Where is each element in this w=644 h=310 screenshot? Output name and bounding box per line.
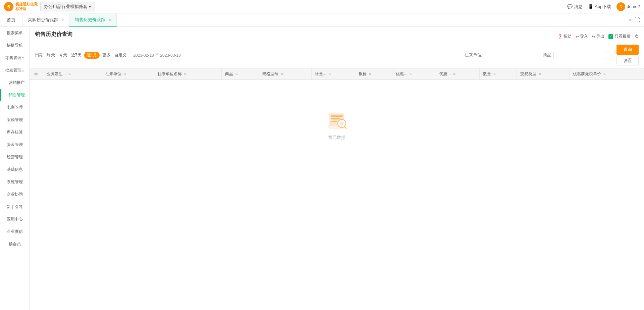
svg-rect-4 bbox=[331, 121, 337, 122]
sidebar-item-shortcut[interactable]: 快捷导航 bbox=[0, 39, 29, 52]
tab-purchase-history[interactable]: 采购历史价跟踪 × bbox=[22, 13, 69, 27]
sidebar-item-appstore[interactable]: 应用中心 bbox=[0, 213, 29, 225]
sort-icon: ⇅ bbox=[123, 72, 126, 76]
th-partner-code[interactable]: 往来单位 ⇅ bbox=[102, 68, 154, 80]
table-header-row: ⚙ 业务发生... ⇅ 往来单位 ⇅ 往来单位名称 ⇅ bbox=[30, 68, 644, 80]
sort-icon: ⇅ bbox=[409, 72, 412, 76]
table-container: ⚙ 业务发生... ⇅ 往来单位 ⇅ 往来单位名称 ⇅ bbox=[30, 68, 644, 310]
data-table: ⚙ 业务发生... ⇅ 往来单位 ⇅ 往来单位名称 ⇅ bbox=[30, 68, 644, 80]
import-icon: ↩ bbox=[576, 34, 579, 39]
export-icon: ↪ bbox=[592, 34, 595, 39]
th-biz-date[interactable]: 业务发生... ⇅ bbox=[43, 68, 102, 80]
th-discount1[interactable]: 优惠... ⇅ bbox=[392, 68, 436, 80]
product-input[interactable]: ... bbox=[553, 51, 607, 59]
only-last-checkbox[interactable]: ✓ bbox=[608, 34, 613, 39]
tab-close-window[interactable]: × bbox=[629, 17, 632, 23]
tab-sales-history-close[interactable]: × bbox=[109, 18, 111, 22]
download-icon: 📱 bbox=[588, 4, 593, 9]
top-bar: 6 畅捷通好生意 标准版 办公用品行业模拟账套 ▾ 💬 消息 📱 App下载 D… bbox=[0, 0, 644, 13]
th-trade-type[interactable]: 交易类型 ⇅ bbox=[517, 68, 569, 80]
only-last-checkbox-area[interactable]: ✓ 只看最后一次 bbox=[608, 34, 639, 39]
sidebar-item-operations[interactable]: 经营管理 bbox=[0, 151, 29, 163]
th-pretax-price[interactable]: 优惠前无税单价 ⇅ bbox=[569, 68, 644, 80]
sidebar-item-system[interactable]: 系统管理 bbox=[0, 176, 29, 188]
user-menu[interactable]: D demo2 bbox=[616, 2, 640, 11]
chevron-down-icon: ▾ bbox=[89, 4, 91, 9]
date-opt-custom[interactable]: 自定义 bbox=[113, 52, 128, 59]
th-qty[interactable]: 数量 ⇅ bbox=[480, 68, 517, 80]
th-quote[interactable]: 报价 ⇅ bbox=[355, 68, 392, 80]
sidebar-item-marketing[interactable]: 营销推广 bbox=[0, 76, 29, 89]
tab-maximize-window[interactable]: ⛶ bbox=[635, 17, 640, 23]
sort-icon: ⇅ bbox=[493, 72, 496, 76]
main-layout: 搜索菜单 快捷导航 零售管理 ▾ 批发管理 ▴ 营销推广 销售管理 电商管理 采… bbox=[0, 27, 644, 310]
sidebar-item-retail[interactable]: 零售管理 ▾ bbox=[0, 52, 29, 64]
chevron-up-icon: ▴ bbox=[22, 68, 24, 72]
app-download-btn[interactable]: 📱 App下载 bbox=[588, 4, 611, 10]
tab-bar: 首页 采购历史价跟踪 × 销售历史价跟踪 × × ⛶ bbox=[0, 13, 644, 27]
page-header: 销售历史价查询 ❓ 帮助 ↩ 导入 ↪ 导出 ✓ bbox=[30, 27, 644, 68]
gear-icon[interactable]: ⚙ bbox=[34, 72, 38, 76]
message-icon: 💬 bbox=[567, 4, 573, 9]
sidebar-item-ecommerce[interactable]: 电商管理 bbox=[0, 101, 29, 114]
partner-input[interactable]: ... bbox=[484, 51, 537, 59]
sort-icon: ⇅ bbox=[603, 72, 606, 76]
sidebar-item-search[interactable]: 搜索菜单 bbox=[0, 27, 29, 39]
logo-area: 6 畅捷通好生意 标准版 bbox=[4, 2, 38, 11]
sidebar-item-wechat[interactable]: 企业微信 bbox=[0, 225, 29, 238]
avatar: D bbox=[616, 2, 625, 11]
help-icon: ❓ bbox=[557, 34, 562, 39]
sidebar-item-wholesale[interactable]: 批发管理 ▴ bbox=[0, 64, 29, 76]
filter-date: 日期 昨天 今天 近7天 近1月 更多 自定义 bbox=[35, 52, 128, 59]
th-spec[interactable]: 规格型号 ⇅ bbox=[259, 68, 311, 80]
export-btn[interactable]: ↪ 导出 bbox=[592, 34, 604, 39]
message-btn[interactable]: 💬 消息 bbox=[567, 4, 583, 10]
date-opt-more[interactable]: 更多 bbox=[101, 52, 112, 59]
sidebar-item-inventory[interactable]: 库存核算 bbox=[0, 126, 29, 139]
chevron-down-icon: ▾ bbox=[22, 56, 24, 60]
sort-icon: ⇅ bbox=[281, 72, 283, 76]
sort-icon: ⇅ bbox=[369, 72, 371, 76]
sidebar-item-enterprise[interactable]: 企业协同 bbox=[0, 188, 29, 201]
th-product[interactable]: 商品 ⇅ bbox=[222, 68, 259, 80]
sidebar-item-purchase[interactable]: 采购管理 bbox=[0, 114, 29, 126]
filter-product: 商品 ... bbox=[543, 51, 607, 59]
import-btn[interactable]: ↩ 导入 bbox=[576, 34, 588, 39]
logo-icon: 6 bbox=[4, 2, 13, 11]
sidebar-item-guide[interactable]: 新手引导 bbox=[0, 201, 29, 213]
top-bar-right: 💬 消息 📱 App下载 D demo2 bbox=[567, 2, 640, 11]
sidebar-item-basic[interactable]: 基础信息 bbox=[0, 163, 29, 176]
date-opt-7days[interactable]: 近7天 bbox=[70, 52, 83, 59]
filter-bar: 日期 昨天 今天 近7天 近1月 更多 自定义 2023-02-18 至 202… bbox=[35, 42, 639, 65]
query-button[interactable]: 查询 bbox=[616, 45, 639, 55]
th-gear[interactable]: ⚙ bbox=[30, 68, 43, 80]
sidebar-item-finance[interactable]: 资金管理 bbox=[0, 139, 29, 151]
date-opt-yesterday[interactable]: 昨天 bbox=[46, 52, 56, 59]
tab-home[interactable]: 首页 bbox=[0, 13, 22, 27]
svg-rect-3 bbox=[331, 118, 340, 119]
sort-icon: ⇅ bbox=[68, 72, 71, 76]
th-unit[interactable]: 计量... ⇅ bbox=[311, 68, 355, 80]
company-selector[interactable]: 办公用品行业模拟账套 ▾ bbox=[40, 2, 95, 11]
setting-button[interactable]: 设置 bbox=[616, 56, 639, 65]
empty-state: 暂元数据 bbox=[30, 80, 644, 167]
sidebar-item-member[interactable]: 畅会员 bbox=[0, 238, 29, 250]
svg-rect-2 bbox=[331, 115, 343, 117]
help-btn[interactable]: ❓ 帮助 bbox=[557, 34, 572, 39]
sort-icon: ⇅ bbox=[328, 72, 331, 76]
svg-point-7 bbox=[340, 121, 344, 125]
page-toolbar-right: ❓ 帮助 ↩ 导入 ↪ 导出 ✓ 只看最后一次 bbox=[557, 34, 639, 39]
th-partner-name[interactable]: 往来单位名称 ⇅ bbox=[154, 68, 221, 80]
sidebar-item-sales[interactable]: 销售管理 bbox=[0, 89, 29, 101]
date-opt-1month[interactable]: 近1月 bbox=[84, 52, 100, 59]
date-options: 昨天 今天 近7天 近1月 更多 自定义 bbox=[46, 52, 128, 59]
filter-date-range: 2023-02-18 至 2023-03-18 bbox=[133, 52, 180, 58]
date-opt-today[interactable]: 今天 bbox=[58, 52, 68, 59]
tab-actions: × ⛶ bbox=[629, 13, 644, 27]
th-discount2[interactable]: 优惠... ⇅ bbox=[436, 68, 479, 80]
sidebar: 搜索菜单 快捷导航 零售管理 ▾ 批发管理 ▴ 营销推广 销售管理 电商管理 采… bbox=[0, 27, 30, 310]
tab-sales-history[interactable]: 销售历史价跟踪 × bbox=[69, 13, 116, 27]
sort-icon: ⇅ bbox=[453, 72, 455, 76]
tab-purchase-history-close[interactable]: × bbox=[62, 18, 64, 22]
empty-icon bbox=[323, 107, 350, 135]
